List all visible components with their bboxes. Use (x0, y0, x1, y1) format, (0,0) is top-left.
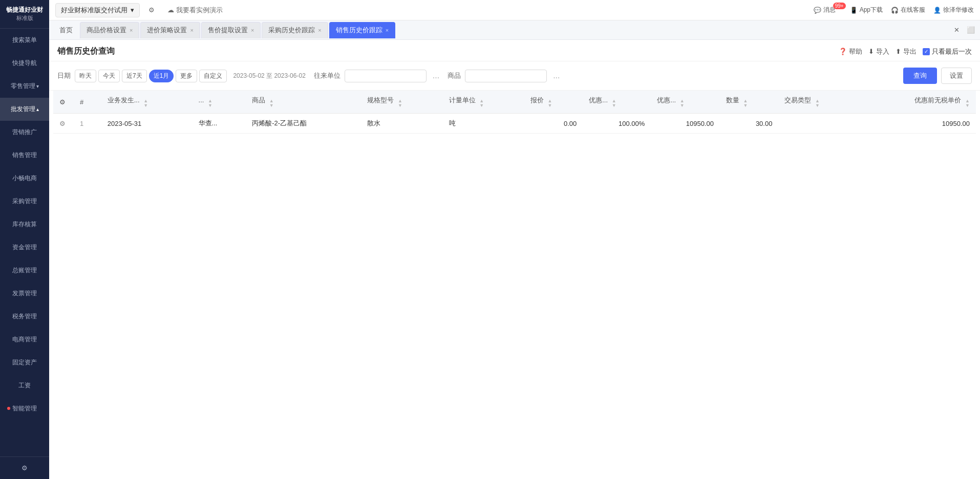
row-product: 丙烯酸-2-乙基己酯 (246, 114, 361, 134)
sidebar-item-invoice[interactable]: 发票管理 (0, 282, 49, 305)
online-service-button[interactable]: 🎧 在线客服 (891, 6, 925, 14)
date-btn-today[interactable]: 今天 (98, 70, 120, 82)
app-download-button[interactable]: 📱 App下载 (850, 6, 883, 14)
sidebar-item-ecommerce-xiao[interactable]: 小畅电商 (0, 167, 49, 190)
sidebar-item-tax[interactable]: 税务管理 (0, 305, 49, 328)
retail-arrow-icon: ▾ (36, 83, 39, 89)
avatar-icon: 👤 (933, 7, 941, 14)
sidebar-item-ai[interactable]: 智能管理 (0, 397, 49, 420)
row-discount1: 100.00% (583, 114, 651, 134)
export-link[interactable]: ⬆ 导出 (896, 47, 917, 56)
query-button[interactable]: 查询 (903, 68, 937, 84)
tab-product-price[interactable]: 商品价格设置 × (80, 22, 139, 38)
dropdown-icon: ▾ (131, 6, 134, 14)
row-price: 0.00 (524, 114, 583, 134)
row-date: 2023-05-31 (101, 114, 193, 134)
source-input[interactable] (345, 70, 427, 82)
source-more-icon[interactable]: ... (433, 71, 439, 80)
tab-purchase-strategy-close[interactable]: × (190, 27, 193, 33)
sidebar-item-marketing[interactable]: 营销推广 (0, 121, 49, 144)
product-more-icon[interactable]: ... (553, 71, 560, 80)
topbar: 好业财标准版交付试用 ▾ ⚙ ☁ 我要看实例演示 💬 消息 99+ 📱 App下… (49, 0, 980, 20)
tab-purchase-history-close[interactable]: × (318, 27, 321, 33)
col-extra[interactable]: ... ▲▼ (193, 91, 246, 114)
tab-product-price-label: 商品价格设置 (87, 26, 126, 35)
col-notax-sort-icon: ▲▼ (965, 99, 970, 108)
maximize-window-button[interactable]: ⬜ (966, 25, 976, 35)
sidebar-item-quicknav[interactable]: 快捷导航 (0, 52, 49, 75)
help-link[interactable]: ❓ 帮助 (839, 47, 862, 56)
col-index: # (74, 91, 101, 114)
product-input[interactable] (465, 70, 547, 82)
date-btn-7days[interactable]: 近7天 (122, 70, 147, 82)
col-product[interactable]: 商品 ▲▼ (246, 91, 361, 114)
sidebar-item-sales[interactable]: 销售管理 (0, 144, 49, 167)
tab-sale-price-close[interactable]: × (251, 27, 254, 33)
col-price[interactable]: 报价 ▲▼ (524, 91, 583, 114)
date-range-display: 2023-05-02 至 2023-06-02 (233, 72, 305, 80)
sidebar-gear-button[interactable]: ⚙ (0, 457, 49, 479)
tab-sale-history[interactable]: 销售历史价跟踪 × (329, 22, 395, 38)
source-filter-group: 往来单位 ... (314, 70, 439, 82)
date-label: 日期 (57, 71, 71, 80)
tab-sale-history-close[interactable]: × (386, 27, 389, 33)
date-btn-1month[interactable]: 近1月 (149, 70, 174, 82)
setting-button[interactable]: 设置 (941, 68, 972, 84)
date-btn-yesterday[interactable]: 昨天 (75, 70, 96, 82)
page-content: 销售历史价查询 ❓ 帮助 ⬇ 导入 ⬆ 导出 ✓ (49, 40, 980, 479)
row-trade-type (778, 114, 860, 134)
row-spec: 散水 (361, 114, 442, 134)
col-discount1[interactable]: 优惠... ▲▼ (583, 91, 651, 114)
import-link[interactable]: ⬇ 导入 (868, 47, 889, 56)
col-unit[interactable]: 计量单位 ▲▼ (443, 91, 524, 114)
col-discount1-sort-icon: ▲▼ (612, 99, 616, 108)
sidebar-item-purchase[interactable]: 采购管理 (0, 190, 49, 213)
col-qty-sort-icon: ▲▼ (743, 99, 748, 108)
row-gear[interactable]: ⚙ (53, 114, 74, 134)
tab-purchase-history[interactable]: 采购历史价跟踪 × (262, 22, 328, 38)
page-actions: ❓ 帮助 ⬇ 导入 ⬆ 导出 ✓ 只看最后一次 (839, 47, 972, 56)
tab-sale-history-label: 销售历史价跟踪 (336, 26, 382, 35)
col-settings[interactable]: ⚙ (53, 91, 74, 114)
tab-purchase-strategy[interactable]: 进价策略设置 × (140, 22, 200, 38)
version-text: 好业财标准版交付试用 (61, 6, 127, 15)
date-btn-custom[interactable]: 自定义 (199, 70, 227, 82)
page-header: 销售历史价查询 ❓ 帮助 ⬇ 导入 ⬆ 导出 ✓ (49, 40, 980, 61)
col-extra-sort-icon: ▲▼ (208, 99, 212, 108)
close-window-button[interactable]: ✕ (951, 25, 962, 35)
main-area: 好业财标准版交付试用 ▾ ⚙ ☁ 我要看实例演示 💬 消息 99+ 📱 App下… (49, 0, 980, 479)
version-selector[interactable]: 好业财标准版交付试用 ▾ (55, 3, 140, 17)
help-icon: ❓ (839, 48, 847, 55)
col-date[interactable]: 业务发生... ▲▼ (101, 91, 193, 114)
user-menu-button[interactable]: 👤 徐泽华修改 (933, 6, 974, 14)
sidebar-item-retail[interactable]: 零售管理 ▾ (0, 75, 49, 98)
col-trade-type[interactable]: 交易类型 ▲▼ (778, 91, 860, 114)
date-btn-more[interactable]: 更多 (176, 70, 197, 82)
col-qty[interactable]: 数量 ▲▼ (720, 91, 778, 114)
tab-product-price-close[interactable]: × (130, 27, 133, 33)
last-only-checkbox[interactable]: ✓ 只看最后一次 (923, 47, 972, 56)
sidebar-item-search[interactable]: 搜索菜单 (0, 29, 49, 52)
filter-action-buttons: 查询 设置 (903, 68, 972, 84)
message-button[interactable]: 💬 消息 99+ (814, 6, 842, 14)
tab-home[interactable]: 首页 (53, 22, 79, 38)
table-header-row: ⚙ # 业务发生... ▲▼ ... ▲▼ (53, 91, 976, 114)
col-discount2[interactable]: 优惠... ▲▼ (651, 91, 720, 114)
sidebar-item-ecommerce[interactable]: 电商管理 (0, 328, 49, 351)
col-spec[interactable]: 规格型号 ▲▼ (361, 91, 442, 114)
tab-purchase-strategy-label: 进价策略设置 (147, 26, 187, 35)
sidebar-item-salary[interactable]: 工资 (0, 374, 49, 397)
sidebar-item-wholesale[interactable]: 批发管理 ▴ (0, 98, 49, 121)
col-notax-price[interactable]: 优惠前无税单价 ▲▼ (860, 91, 976, 114)
tab-sale-price[interactable]: 售价提取设置 × (201, 22, 261, 38)
product-filter-group: 商品 ... (448, 70, 560, 82)
demo-link[interactable]: ☁ 我要看实例演示 (167, 6, 223, 15)
topbar-right: 💬 消息 99+ 📱 App下载 🎧 在线客服 👤 徐泽华修改 (814, 6, 974, 14)
sidebar-item-assets[interactable]: 固定资产 (0, 351, 49, 374)
sidebar-item-ledger[interactable]: 总账管理 (0, 259, 49, 282)
sidebar-item-finance[interactable]: 资金管理 (0, 236, 49, 259)
col-discount2-sort-icon: ▲▼ (680, 99, 685, 108)
source-label: 往来单位 (314, 71, 340, 80)
sidebar-item-inventory[interactable]: 库存核算 (0, 213, 49, 236)
settings-gear-icon[interactable]: ⚙ (144, 3, 159, 18)
